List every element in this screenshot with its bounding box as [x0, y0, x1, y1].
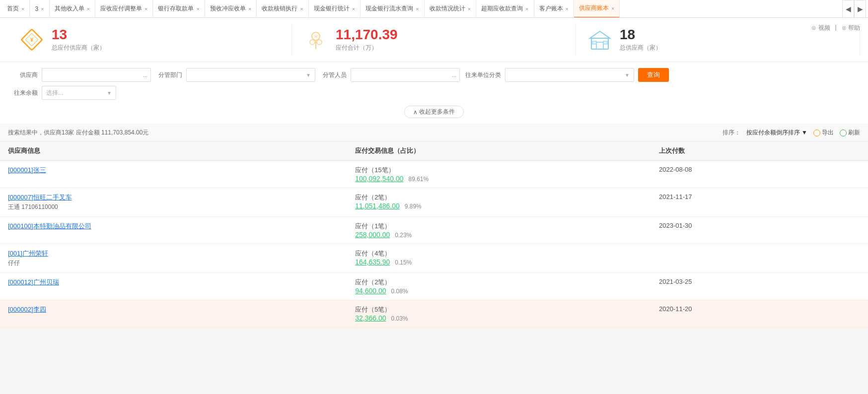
nav-tab-cash-flow[interactable]: 现金银行流水查询 ×	[361, 0, 424, 18]
col-header-supplier: 供应商信息	[0, 141, 347, 161]
supplier-cell: [000100]本特勤油品有限公司	[0, 217, 347, 244]
close-icon[interactable]: ×	[145, 6, 147, 12]
store-icon	[586, 26, 614, 54]
balance-caret-icon: ▼	[107, 90, 112, 96]
table-row: [000007]恒旺二手叉车王通 17106110000应付（2笔）11,051…	[0, 188, 868, 217]
close-icon[interactable]: ×	[248, 6, 251, 12]
nav-tab-overdue[interactable]: 超期应收款查询 ×	[476, 0, 534, 18]
tx-percentage: 89.61%	[409, 176, 429, 183]
supplier-sub-info: 王通 17106110000	[8, 203, 339, 211]
nav-tab-supplier-ledger[interactable]: 供应商账本 ×	[574, 0, 620, 18]
nav-arrows: ◀ ▶	[842, 0, 866, 18]
collapse-row: ∧ 收起更多条件	[8, 104, 860, 120]
nav-left-arrow[interactable]: ◀	[842, 0, 854, 18]
col-header-last-date: 上次付数	[651, 141, 868, 161]
supplier-filter-input-wrap[interactable]: ...	[42, 68, 151, 82]
close-icon[interactable]: ×	[611, 5, 614, 11]
close-icon[interactable]: ×	[41, 6, 44, 12]
tx-amount[interactable]: 94,600.00	[355, 287, 386, 295]
close-icon[interactable]: ×	[468, 6, 471, 12]
nav-tab-3[interactable]: 3 ×	[30, 0, 49, 18]
supplier-cell: [000012]广州贝瑞	[0, 273, 347, 300]
nav-tab-bank[interactable]: 银行存取款单 ×	[153, 0, 205, 18]
tx-percentage: 0.23%	[395, 232, 412, 239]
supplier-cell: [000002]李四	[0, 300, 347, 328]
nav-tab-other-income[interactable]: 其他收入单 ×	[50, 0, 95, 18]
transaction-cell: 应付（1笔）258,000.000.23%	[347, 217, 651, 244]
summary-text-payable-suppliers: 13 总应付供应商（家）	[52, 27, 105, 52]
nav-tab-customer-ledger[interactable]: 客户账本 ×	[534, 0, 574, 18]
nav-tab-collection-stat[interactable]: 收款情况统计 ×	[425, 0, 476, 18]
supplier-link[interactable]: [000002]李四	[8, 306, 46, 313]
supplier-dots-icon[interactable]: ...	[143, 72, 147, 78]
table-row: [000002]李四应付（5笔）32,366.000.03%2020-11-20	[0, 300, 868, 328]
tx-label: 应付（2笔）	[355, 193, 643, 202]
category-caret-icon: ▼	[625, 72, 630, 78]
refresh-button[interactable]: 刷新	[840, 129, 860, 137]
balance-filter-select[interactable]: 选择... ▼	[42, 86, 116, 100]
supplier-filter-label: 供应商	[8, 71, 38, 79]
transaction-cell: 应付（15笔）100,092,540.0089.61%	[347, 161, 651, 188]
supplier-cell: [000001]张三	[0, 161, 347, 188]
table-header-row: 供应商信息 应付交易信息（占比） 上次付数	[0, 141, 868, 161]
supplier-link[interactable]: [000012]广州贝瑞	[8, 278, 59, 286]
last-date-cell: 2021-03-25	[651, 273, 868, 300]
export-icon	[813, 130, 820, 136]
top-navigation: 首页 × 3 × 其他收入单 × 应收应付调整单 × 银行存取款单 × 预收冲应…	[0, 0, 868, 18]
last-payment-date: 2022-08-08	[659, 166, 692, 173]
close-icon[interactable]: ×	[300, 6, 303, 12]
nav-tab-home[interactable]: 首页 ×	[2, 0, 30, 18]
category-filter-label: 往来单位分类	[464, 71, 501, 79]
payable-suppliers-number: 13	[52, 27, 105, 43]
tx-percentage: 9.89%	[405, 203, 422, 210]
category-filter-select[interactable]: ▼	[505, 68, 634, 82]
collapse-filter-button[interactable]: ∧ 收起更多条件	[404, 106, 464, 118]
summary-item-payable-total: 米 11,170.39 应付合计（万）	[292, 24, 576, 56]
tx-amount[interactable]: 11,051,486.00	[355, 202, 400, 210]
tx-amount[interactable]: 32,366.00	[355, 314, 386, 322]
supplier-link[interactable]: [001]广州荣轩	[8, 250, 48, 257]
close-icon[interactable]: ×	[566, 6, 569, 12]
help-icon: ⊙	[842, 24, 847, 31]
refresh-icon	[840, 130, 847, 136]
close-icon[interactable]: ×	[87, 6, 90, 12]
last-date-cell: 2022-08-08	[651, 161, 868, 188]
nav-tab-adjustment[interactable]: 应收应付调整单 ×	[95, 0, 153, 18]
results-bar: 搜索结果中，供应商13家 应付金额 111,703,854.00元 排序： 按应…	[0, 125, 868, 141]
person-dots-icon[interactable]: ...	[452, 72, 456, 78]
close-icon[interactable]: ×	[416, 6, 419, 12]
supplier-link[interactable]: [000100]本特勤油品有限公司	[8, 222, 91, 230]
nav-tab-collection[interactable]: 收款核销执行 ×	[257, 0, 308, 18]
supplier-link[interactable]: [000001]张三	[8, 166, 46, 174]
nav-tab-cash-bank-stat[interactable]: 现金银行统计 ×	[309, 0, 361, 18]
person-filter-input-wrap[interactable]: ...	[351, 68, 460, 82]
transaction-cell: 应付（5笔）32,366.000.03%	[347, 300, 651, 328]
close-icon[interactable]: ×	[196, 6, 199, 12]
tx-amount[interactable]: 258,000.00	[355, 231, 390, 239]
last-payment-date: 2023-01-30	[659, 222, 692, 229]
transaction-cell: 应付（2笔）94,600.000.08%	[347, 273, 651, 300]
video-link[interactable]: ⊙ 视频	[811, 24, 830, 32]
export-button[interactable]: 导出	[813, 129, 834, 137]
tx-amount[interactable]: 164,635.90	[355, 258, 390, 266]
results-actions: 排序： 按应付余额倒序排序 ▼ 导出 刷新	[723, 129, 860, 137]
dept-filter-select[interactable]: ▼	[186, 68, 315, 82]
close-icon[interactable]: ×	[21, 6, 24, 12]
tx-percentage: 0.03%	[391, 315, 408, 322]
close-icon[interactable]: ×	[352, 6, 355, 12]
tx-amount[interactable]: 100,092,540.00	[355, 175, 403, 183]
svg-point-5	[310, 40, 315, 45]
transaction-cell: 应付（2笔）11,051,486.009.89%	[347, 188, 651, 217]
tx-percentage: 0.15%	[395, 259, 412, 266]
person-input[interactable]	[354, 71, 452, 78]
nav-right-arrow[interactable]: ▶	[854, 0, 866, 18]
query-button[interactable]: 查询	[638, 68, 669, 82]
help-link[interactable]: ⊙ 帮助	[842, 24, 860, 32]
nav-tab-prepay[interactable]: 预收冲应收单 ×	[205, 0, 257, 18]
tx-label: 应付（15笔）	[355, 166, 643, 175]
supplier-input[interactable]	[45, 71, 143, 78]
sort-selector[interactable]: 按应付余额倒序排序 ▼	[746, 129, 807, 137]
close-icon[interactable]: ×	[525, 6, 528, 12]
last-payment-date: 2021-11-17	[659, 193, 692, 200]
supplier-link[interactable]: [000007]恒旺二手叉车	[8, 194, 72, 201]
